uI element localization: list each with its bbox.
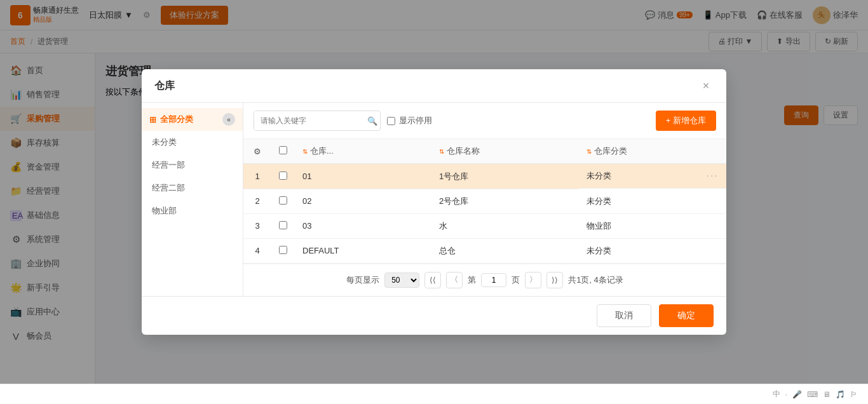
sort-icon-cat: ⇅ <box>587 148 592 155</box>
th-id-label: 仓库... <box>310 145 334 157</box>
row-name-1: 1号仓库 <box>431 164 579 189</box>
row-cb-1[interactable] <box>271 164 295 189</box>
modal-body: ⊞ 全部分类 « 未分类 经营一部 经营二部 物业部 <box>142 103 726 296</box>
row-id-4: DEFAULT <box>295 238 431 263</box>
row-name-4: 总仓 <box>431 238 579 263</box>
page-next-btn[interactable]: 〉 <box>525 272 541 288</box>
status-monitor-icon[interactable]: 🖥 <box>823 390 831 399</box>
page-label: 第 <box>468 274 476 286</box>
th-checkbox[interactable] <box>271 139 295 164</box>
show-disabled-label: 显示停用 <box>399 115 432 126</box>
modal-header: 仓库 × <box>142 69 726 103</box>
warehouse-modal: 仓库 × ⊞ 全部分类 « 未分类 经营一部 经营二部 <box>142 69 726 335</box>
sort-icon-name: ⇅ <box>439 148 444 155</box>
modal-main-content: 🔍 显示停用 + 新增仓库 ⚙ <box>243 103 726 296</box>
disabled-checkbox[interactable] <box>387 117 395 125</box>
row-cb-2[interactable] <box>271 189 295 213</box>
table-row[interactable]: 1 01 1号仓库 未分类 ··· <box>243 164 726 189</box>
table-head: ⚙ ⇅ 仓库... <box>243 139 726 164</box>
row-index-3: 3 <box>243 213 271 238</box>
category-sidebar: ⊞ 全部分类 « 未分类 经营一部 经营二部 物业部 <box>142 103 243 296</box>
per-page-select[interactable]: 50 100 200 <box>384 273 419 288</box>
add-warehouse-button[interactable]: + 新增仓库 <box>656 111 716 131</box>
category-all[interactable]: ⊞ 全部分类 « <box>142 108 243 131</box>
th-gear[interactable]: ⚙ <box>243 139 271 164</box>
row-name-2: 2号仓库 <box>431 189 579 213</box>
cat-label-3: 物业部 <box>152 206 177 215</box>
th-id[interactable]: ⇅ 仓库... <box>295 139 431 164</box>
select-all-checkbox[interactable] <box>279 146 287 154</box>
table: ⚙ ⇅ 仓库... <box>243 139 726 264</box>
category-all-label: 全部分类 <box>160 114 193 125</box>
sort-icon: ⇅ <box>302 148 308 155</box>
row-checkbox-3[interactable] <box>279 221 287 229</box>
row-index-2: 2 <box>243 189 271 213</box>
row-name-3: 水 <box>431 213 579 238</box>
search-input[interactable] <box>254 111 362 130</box>
th-name[interactable]: ⇅ 仓库名称 <box>431 139 579 164</box>
th-category-label: 仓库分类 <box>594 145 627 157</box>
page-number-input[interactable] <box>481 273 506 287</box>
status-bar: 中 · 🎤 ⌨ 🖥 🎵 🏳 <box>0 384 868 404</box>
cat-label-1: 经营一部 <box>152 160 185 170</box>
row-cat-1: 未分类 ··· <box>579 164 726 189</box>
row-cat-4: 未分类 <box>579 238 726 263</box>
search-box: 🔍 <box>254 111 381 131</box>
page-last-btn[interactable]: ⟩⟩ <box>546 272 563 288</box>
gear-column-icon: ⚙ <box>254 147 261 156</box>
category-item-2[interactable]: 经营二部 <box>142 177 243 199</box>
page-suffix: 页 <box>512 274 520 286</box>
grid-icon: ⊞ <box>149 115 156 125</box>
modal-overlay: 仓库 × ⊞ 全部分类 « 未分类 经营一部 经营二部 <box>0 0 868 404</box>
row-cat-2: 未分类 <box>579 189 726 213</box>
modal-title: 仓库 <box>154 79 175 93</box>
table-header-row: ⚙ ⇅ 仓库... <box>243 139 726 164</box>
modal-footer: 取消 确定 <box>142 296 726 335</box>
collapse-button[interactable]: « <box>222 113 235 126</box>
cancel-button[interactable]: 取消 <box>597 304 651 327</box>
search-icon[interactable]: 🔍 <box>362 116 381 126</box>
status-mic-icon[interactable]: 🎤 <box>792 390 802 399</box>
th-category[interactable]: ⇅ 仓库分类 <box>579 139 726 164</box>
status-flag-icon[interactable]: 🏳 <box>850 390 858 399</box>
row-id-2: 02 <box>295 189 431 213</box>
row-index-1: 1 <box>243 164 271 189</box>
cat-label-0: 未分类 <box>152 137 177 147</box>
row-cb-4[interactable] <box>271 238 295 263</box>
table-body: 1 01 1号仓库 未分类 ··· 2 <box>243 164 726 264</box>
row-id-1: 01 <box>295 164 431 189</box>
status-music-icon[interactable]: 🎵 <box>836 390 845 399</box>
category-item-0[interactable]: 未分类 <box>142 131 243 154</box>
category-item-3[interactable]: 物业部 <box>142 199 243 222</box>
confirm-button[interactable]: 确定 <box>659 304 714 327</box>
page-first-btn[interactable]: ⟨⟨ <box>424 272 441 288</box>
show-disabled-checkbox[interactable]: 显示停用 <box>387 115 432 126</box>
row-index-4: 4 <box>243 238 271 263</box>
row-checkbox-1[interactable] <box>279 172 287 180</box>
status-lang[interactable]: 中 <box>773 389 780 400</box>
th-name-label: 仓库名称 <box>447 145 480 157</box>
page-prev-btn[interactable]: 〈 <box>446 272 463 288</box>
table-row[interactable]: 4 DEFAULT 总仓 未分类 <box>243 238 726 263</box>
row-checkbox-4[interactable] <box>279 246 287 254</box>
category-item-1[interactable]: 经营一部 <box>142 154 243 177</box>
warehouse-table: ⚙ ⇅ 仓库... <box>243 139 726 264</box>
row-cb-3[interactable] <box>271 213 295 238</box>
row-action-1[interactable]: ··· <box>707 170 719 182</box>
cat-label-2: 经营二部 <box>152 183 185 192</box>
modal-toolbar: 🔍 显示停用 + 新增仓库 <box>243 103 726 139</box>
pagination: 每页显示 50 100 200 ⟨⟨ 〈 第 页 〉 ⟩⟩ 共1页, 4条记录 <box>243 264 726 296</box>
total-label: 共1页, 4条记录 <box>568 274 623 286</box>
status-dot: · <box>785 390 787 399</box>
per-page-label: 每页显示 <box>346 274 379 286</box>
table-row[interactable]: 2 02 2号仓库 未分类 <box>243 189 726 213</box>
status-keyboard-icon[interactable]: ⌨ <box>807 390 818 399</box>
row-checkbox-2[interactable] <box>279 196 287 205</box>
row-id-3: 03 <box>295 213 431 238</box>
modal-close-button[interactable]: × <box>698 78 714 93</box>
row-cat-3: 物业部 <box>579 213 726 238</box>
table-row[interactable]: 3 03 水 物业部 <box>243 213 726 238</box>
